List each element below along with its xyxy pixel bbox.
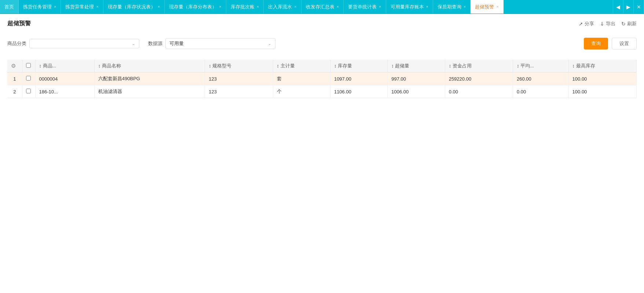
share-icon: ➚ bbox=[579, 21, 583, 27]
row-unit: 个 bbox=[273, 85, 330, 98]
nav-overstock[interactable]: 超储预警 × bbox=[471, 0, 503, 14]
row-capital: 259220.00 bbox=[445, 73, 513, 85]
table-row: 2 186-10... 机油滤清器 123 个 1106.00 1006.00 … bbox=[7, 85, 637, 98]
nav-demand[interactable]: 要货单统计表 × bbox=[344, 0, 386, 14]
row-index: 2 bbox=[7, 85, 22, 98]
th-stock[interactable]: ↕ 库存量 bbox=[330, 60, 387, 73]
close-icon[interactable]: × bbox=[54, 5, 56, 9]
settings-button[interactable]: 设置 bbox=[612, 38, 637, 49]
row-product-name: 六配套新昌490BPG bbox=[94, 73, 205, 85]
nav-task-mgmt[interactable]: 拣货任务管理 × bbox=[19, 0, 61, 14]
th-max-stock[interactable]: ↕ 最高库存 bbox=[568, 60, 636, 73]
share-button[interactable]: ➚ 分享 bbox=[579, 21, 594, 27]
row-product-code: 0000004 bbox=[35, 73, 94, 85]
th-spec[interactable]: ↕ 规格型号 bbox=[205, 60, 273, 73]
data-table: ⚙ ↕ 商品... ↕ 商品名称 ↕ 规格型号 ↕ bbox=[7, 60, 637, 98]
filter-row: 商品分类 ⌄ 数据源 可用量 ⌄ 查询 设置 bbox=[7, 33, 637, 54]
category-label: 商品分类 bbox=[7, 40, 26, 47]
nav-close-all-button[interactable]: ✕ bbox=[634, 0, 644, 14]
row-product-name: 机油滤清器 bbox=[94, 85, 205, 98]
nav-home[interactable]: 首页 bbox=[0, 0, 19, 14]
select-all-checkbox[interactable] bbox=[26, 63, 31, 68]
th-checkbox bbox=[22, 60, 35, 73]
category-select[interactable]: ⌄ bbox=[29, 39, 139, 48]
row-stock: 1097.00 bbox=[330, 73, 387, 85]
row-product-code: 186-10... bbox=[35, 85, 94, 98]
table-header-row: ⚙ ↕ 商品... ↕ 商品名称 ↕ 规格型号 ↕ bbox=[7, 60, 637, 73]
row-avg: 260.00 bbox=[513, 73, 569, 85]
row-spec: 123 bbox=[205, 85, 273, 98]
row-checkbox[interactable] bbox=[22, 73, 35, 85]
th-over-stock[interactable]: ↕ 超储量 bbox=[388, 60, 445, 73]
close-icon[interactable]: × bbox=[464, 5, 466, 9]
page-header: 超储预警 ➚ 分享 ⇓ 导出 ↻ 刷新 bbox=[7, 20, 637, 27]
page-title: 超储预警 bbox=[7, 20, 31, 27]
refresh-icon: ↻ bbox=[621, 21, 626, 27]
datasource-label: 数据源 bbox=[148, 40, 162, 47]
close-icon[interactable]: × bbox=[379, 5, 381, 9]
category-filter: 商品分类 ⌄ bbox=[7, 39, 139, 48]
row-stock: 1106.00 bbox=[330, 85, 387, 98]
row-max-stock: 100.00 bbox=[568, 85, 636, 98]
export-button[interactable]: ⇓ 导出 bbox=[600, 21, 615, 27]
close-icon[interactable]: × bbox=[219, 5, 221, 9]
query-button[interactable]: 查询 bbox=[584, 38, 608, 49]
row-unit: 套 bbox=[273, 73, 330, 85]
nav-exception[interactable]: 拣货异常处理 × bbox=[61, 0, 103, 14]
nav-prev-button[interactable]: ◀ bbox=[613, 0, 623, 14]
nav-stock-dist[interactable]: 现存量（库存分布表） × bbox=[165, 0, 226, 14]
top-navigation: 首页 拣货任务管理 × 拣货异常处理 × 现存量（库存状况表） × 现存量（库存… bbox=[0, 0, 644, 14]
row-spec: 123 bbox=[205, 73, 273, 85]
th-avg[interactable]: ↕ 平均... bbox=[513, 60, 569, 73]
row-avg: 0.00 bbox=[513, 85, 569, 98]
close-icon[interactable]: × bbox=[96, 5, 98, 9]
row-checkbox[interactable] bbox=[22, 85, 35, 98]
row-max-stock: 100.00 bbox=[568, 73, 636, 85]
header-actions: ➚ 分享 ⇓ 导出 ↻ 刷新 bbox=[579, 21, 637, 27]
close-icon[interactable]: × bbox=[496, 5, 498, 9]
chevron-down-icon: ⌄ bbox=[132, 41, 135, 46]
th-settings: ⚙ bbox=[7, 60, 22, 73]
nav-next-button[interactable]: ▶ bbox=[623, 0, 634, 14]
row-index: 1 bbox=[7, 73, 22, 85]
main-content: 超储预警 ➚ 分享 ⇓ 导出 ↻ 刷新 商品分类 ⌄ 数据源 bbox=[0, 14, 644, 293]
nav-batch[interactable]: 库存批次账 × bbox=[226, 0, 264, 14]
nav-stock-status[interactable]: 现存量（库存状况表） × bbox=[103, 0, 165, 14]
nav-scroll-arrows: ◀ ▶ ✕ bbox=[613, 0, 644, 14]
th-product-code[interactable]: ↕ 商品... bbox=[35, 60, 94, 73]
row-over-stock: 1006.00 bbox=[388, 85, 445, 98]
datasource-value: 可用量 bbox=[169, 40, 184, 47]
nav-quality[interactable]: 保质期查询 × bbox=[433, 0, 471, 14]
th-unit[interactable]: ↕ 主计量 bbox=[273, 60, 330, 73]
th-capital[interactable]: ↕ 资金占用 bbox=[445, 60, 513, 73]
th-product-name[interactable]: ↕ 商品名称 bbox=[94, 60, 205, 73]
close-icon[interactable]: × bbox=[337, 5, 339, 9]
close-icon[interactable]: × bbox=[426, 5, 428, 9]
datasource-filter: 数据源 可用量 ⌄ bbox=[148, 38, 275, 49]
chevron-down-icon: ⌄ bbox=[268, 41, 271, 46]
row-over-stock: 997.00 bbox=[388, 73, 445, 85]
refresh-button[interactable]: ↻ 刷新 bbox=[621, 21, 637, 27]
nav-inout[interactable]: 出入库流水 × bbox=[264, 0, 301, 14]
close-icon[interactable]: × bbox=[294, 5, 296, 9]
filter-actions: 查询 设置 bbox=[584, 38, 637, 49]
datasource-select[interactable]: 可用量 ⌄ bbox=[165, 38, 275, 49]
nav-available[interactable]: 可用量库存账本 × bbox=[386, 0, 433, 14]
close-icon[interactable]: × bbox=[257, 5, 259, 9]
nav-summary[interactable]: 收发存汇总表 × bbox=[301, 0, 344, 14]
export-icon: ⇓ bbox=[600, 21, 604, 27]
table-row: 1 0000004 六配套新昌490BPG 123 套 1097.00 997.… bbox=[7, 73, 637, 85]
close-icon[interactable]: × bbox=[158, 5, 160, 9]
row-capital: 0.00 bbox=[445, 85, 513, 98]
settings-gear-icon[interactable]: ⚙ bbox=[11, 63, 16, 69]
